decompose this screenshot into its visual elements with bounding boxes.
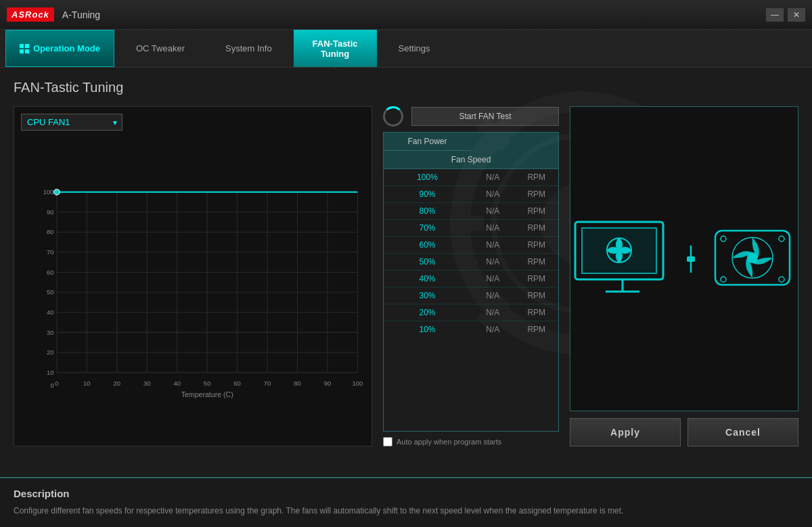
fan-speed-cell: N/A (471, 203, 515, 219)
fan-component-illustration (708, 225, 796, 293)
auto-apply-checkbox[interactable] (383, 437, 392, 446)
fan-speed-cell: N/A (471, 186, 515, 202)
svg-text:80: 80 (47, 228, 54, 235)
fan-dropdown[interactable]: CPU FAN1 CPU FAN2 CHA FAN1 CHA FAN2 (21, 114, 122, 131)
fan-speed-cell: N/A (471, 169, 515, 185)
fan-table-row: 40% N/A RPM (384, 271, 558, 288)
fan-power-cell: 80% (384, 203, 471, 219)
fan-power-cell: 60% (384, 237, 471, 253)
content-row: CPU FAN1 CPU FAN2 CHA FAN1 CHA FAN2 FAN … (14, 106, 798, 446)
minimize-button[interactable]: — (766, 8, 784, 22)
tab-settings[interactable]: Settings (380, 30, 449, 67)
tab-system-info[interactable]: System Info (206, 30, 291, 67)
fan-speed-cell: N/A (471, 254, 515, 270)
fan-speed-cell: N/A (471, 237, 515, 253)
fan-table-row: 60% N/A RPM (384, 237, 558, 254)
fan-rpm-unit: RPM (515, 186, 559, 202)
svg-text:30: 30 (47, 329, 54, 336)
fan-spin-icon (383, 106, 403, 127)
fan-speed-cell: N/A (471, 321, 515, 338)
fan-speed-header: Fan Speed (384, 151, 558, 169)
description-title: Description (14, 488, 798, 499)
svg-text:20: 20 (47, 348, 54, 356)
svg-text:80: 80 (294, 380, 301, 387)
fan-rpm-unit: RPM (515, 203, 559, 219)
svg-text:10: 10 (47, 369, 54, 376)
svg-text:90: 90 (324, 380, 332, 387)
svg-text:Temperature (C): Temperature (C) (181, 390, 233, 398)
fan-table-row: 30% N/A RPM (384, 288, 558, 304)
svg-text:100: 100 (352, 380, 363, 387)
action-buttons: Apply Cancel (570, 418, 798, 446)
fan-table-body: 100% N/A RPM 90% N/A RPM 80% N/A RPM 70%… (384, 169, 558, 338)
fan-rpm-unit: RPM (515, 304, 559, 321)
auto-apply-label: Auto apply when program starts (397, 438, 501, 446)
fan-rpm-unit: RPM (515, 237, 559, 253)
app-title: A-Tuning (62, 9, 100, 20)
fan-image-area (570, 106, 798, 411)
svg-text:50: 50 (47, 288, 54, 296)
fan-power-cell: 100% (384, 169, 471, 185)
chart-svg: FAN Speed (%) (21, 136, 365, 434)
fan-selector: CPU FAN1 CPU FAN2 CHA FAN1 CHA FAN2 (21, 114, 365, 131)
svg-text:50: 50 (204, 380, 211, 387)
title-bar-controls: — ✕ (766, 8, 805, 22)
right-panel: Apply Cancel (570, 106, 798, 446)
svg-point-69 (721, 236, 726, 242)
cancel-button[interactable]: Cancel (687, 418, 798, 446)
svg-point-70 (779, 236, 784, 242)
grid-icon (20, 44, 29, 53)
fan-rpm-unit: RPM (515, 271, 559, 287)
fan-table-row: 20% N/A RPM (384, 304, 558, 321)
page-title: FAN-Tastic Tuning (14, 80, 798, 95)
tab-oc-tweaker[interactable]: OC Tweaker (117, 30, 204, 67)
connector-illustration (687, 246, 695, 273)
apply-button[interactable]: Apply (570, 418, 681, 446)
svg-point-57 (54, 189, 60, 195)
fan-power-cell: 20% (384, 304, 471, 321)
svg-text:70: 70 (264, 380, 271, 387)
svg-text:40: 40 (47, 308, 54, 316)
description-panel: Description Configure different fan spee… (0, 477, 812, 527)
tab-operation-mode[interactable]: Operation Mode (5, 30, 114, 67)
tab-system-info-label: System Info (225, 43, 272, 53)
fan-table-row: 80% N/A RPM (384, 203, 558, 220)
fan-table-row: 100% N/A RPM (384, 169, 558, 186)
fan-power-cell: 30% (384, 288, 471, 304)
svg-text:100: 100 (43, 188, 54, 196)
svg-point-71 (721, 277, 726, 282)
main-content: FAN-Tastic Tuning CPU FAN1 CPU FAN2 CHA … (0, 68, 812, 527)
svg-point-72 (779, 277, 784, 282)
svg-text:0: 0 (50, 382, 53, 389)
fan-power-cell: 10% (384, 321, 471, 338)
svg-text:10: 10 (83, 380, 91, 387)
tab-fan-tastic[interactable]: FAN-TasticTuning (294, 30, 377, 67)
close-button[interactable]: ✕ (788, 8, 805, 22)
svg-rect-65 (687, 256, 695, 262)
fan-table-row: 90% N/A RPM (384, 186, 558, 203)
fan-rpm-unit: RPM (515, 321, 559, 338)
svg-text:60: 60 (47, 269, 54, 276)
svg-text:70: 70 (47, 248, 54, 256)
auto-apply-row: Auto apply when program starts (383, 437, 559, 446)
svg-text:40: 40 (173, 380, 181, 387)
description-text: Configure different fan speeds for respe… (14, 505, 798, 518)
svg-text:60: 60 (233, 380, 241, 387)
fan-rpm-unit: RPM (515, 254, 559, 270)
svg-text:90: 90 (47, 208, 54, 216)
chart-area[interactable]: FAN Speed (%) (21, 136, 365, 434)
fan-power-header: Fan Power (384, 133, 471, 151)
fan-power-cell: 90% (384, 186, 471, 202)
svg-text:0: 0 (55, 380, 58, 387)
fan-dropdown-wrap: CPU FAN1 CPU FAN2 CHA FAN1 CHA FAN2 (21, 114, 122, 131)
title-bar-left: ASRock A-Tuning (7, 7, 100, 22)
fan-table: Fan Power Fan Speed 100% N/A RPM 90% N/A… (383, 132, 559, 432)
tab-fan-tastic-label: FAN-TasticTuning (313, 39, 358, 59)
fan-speed-cell: N/A (471, 220, 515, 236)
fan-power-cell: 40% (384, 271, 471, 287)
fan-power-cell: 70% (384, 220, 471, 236)
tab-operation-mode-label: Operation Mode (33, 43, 100, 53)
monitor-illustration (572, 219, 673, 300)
svg-text:20: 20 (114, 380, 121, 387)
start-fan-test-button[interactable]: Start FAN Test (411, 107, 559, 126)
